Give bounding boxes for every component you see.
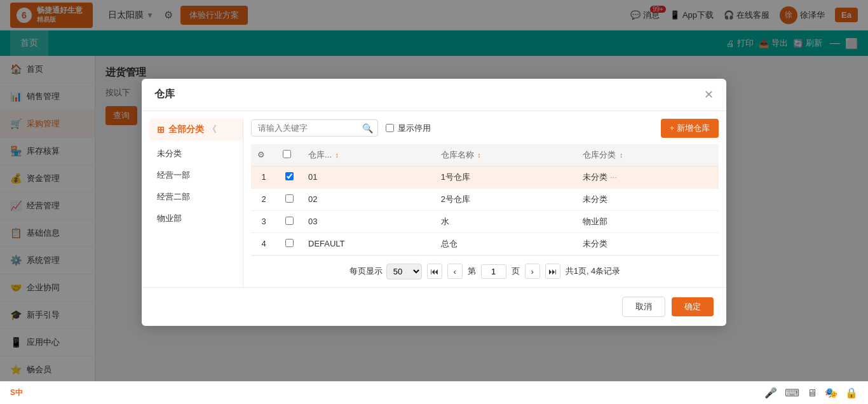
category-item-ops1[interactable]: 经营一部 <box>149 165 243 186</box>
modal-body: ⊞ 全部分类 《 未分类 经营一部 经营二部 物业部 <box>142 111 726 287</box>
pagination: 每页显示 50 100 200 ⏮ ‹ 第 页 › ⏭ 共1页, 4条记录 <box>251 255 719 287</box>
microphone-icon[interactable]: 🎤 <box>764 387 777 399</box>
table-row[interactable]: 2 02 2号仓库 未分类 <box>251 188 719 210</box>
warehouse-modal: 仓库 ✕ ⊞ 全部分类 《 未分类 经营一部 经营二部 <box>142 79 726 326</box>
row-checkbox[interactable] <box>285 217 294 225</box>
row-code: 03 <box>302 210 435 232</box>
first-page-button[interactable]: ⏮ <box>427 264 442 279</box>
row-checkbox[interactable] <box>285 239 294 247</box>
table-header-row: ⚙ 仓库... ↕ 仓库名称 ↕ <box>251 144 719 166</box>
th-name: 仓库名称 ↕ <box>435 144 577 166</box>
th-category: 仓库分类 ↕ <box>576 144 719 166</box>
per-page-select[interactable]: 50 100 200 <box>386 264 422 279</box>
row-name: 2号仓库 <box>435 188 577 210</box>
row-checkbox-cell <box>276 232 302 255</box>
row-index: 1 <box>251 166 276 188</box>
page-label: 第 <box>468 266 476 277</box>
code-sort-icon: ↕ <box>335 151 339 159</box>
row-checkbox-cell <box>276 166 302 188</box>
show-disabled-label[interactable]: 显示停用 <box>386 123 431 134</box>
row-category: 未分类 <box>576 232 719 255</box>
table-row[interactable]: 3 03 水 物业部 <box>251 210 719 232</box>
row-checkbox-cell <box>276 210 302 232</box>
next-page-button[interactable]: › <box>525 264 540 279</box>
row-name: 水 <box>435 210 577 232</box>
table-row[interactable]: 4 DEFAULT 总仓 未分类 <box>251 232 719 255</box>
th-code: 仓库... ↕ <box>302 144 435 166</box>
search-icon-button[interactable]: 🔍 <box>362 123 373 133</box>
select-all-checkbox[interactable] <box>283 150 291 158</box>
name-sort-icon: ↕ <box>477 151 481 159</box>
theme-icon[interactable]: 🎭 <box>825 387 837 399</box>
last-page-button[interactable]: ⏭ <box>545 264 560 279</box>
modal-overlay: 仓库 ✕ ⊞ 全部分类 《 未分类 经营一部 经营二部 <box>0 0 868 404</box>
warehouse-table: ⚙ 仓库... ↕ 仓库名称 ↕ <box>251 144 719 255</box>
row-index: 3 <box>251 210 276 232</box>
modal-close-button[interactable]: ✕ <box>704 88 714 102</box>
table-row[interactable]: 1 01 1号仓库 未分类 ··· <box>251 166 719 188</box>
confirm-button[interactable]: 确定 <box>672 297 714 316</box>
add-warehouse-button[interactable]: + 新增仓库 <box>661 119 719 138</box>
th-checkbox <box>276 144 302 166</box>
row-name: 总仓 <box>435 232 577 255</box>
bottom-bar: S中 🎤 ⌨ 🖥 🎭 🔒 <box>0 381 868 404</box>
page-summary: 共1页, 4条记录 <box>566 266 621 277</box>
lock-icon[interactable]: 🔒 <box>845 387 858 399</box>
monitor-icon[interactable]: 🖥 <box>807 387 817 399</box>
modal-table-area: 🔍 显示停用 + 新增仓库 ⚙ <box>243 119 726 287</box>
category-item-unclassified[interactable]: 未分类 <box>149 143 243 165</box>
category-item-ops2[interactable]: 经营二部 <box>149 186 243 208</box>
row-more-icon[interactable]: ··· <box>610 172 617 182</box>
search-input-wrap: 🔍 <box>251 119 378 137</box>
cancel-button[interactable]: 取消 <box>622 297 665 317</box>
row-category: 未分类 <box>576 188 719 210</box>
grid-icon: ⊞ <box>157 125 165 135</box>
modal-search-bar: 🔍 显示停用 + 新增仓库 <box>251 119 719 138</box>
modal-title: 仓库 <box>154 88 175 101</box>
row-checkbox[interactable] <box>285 194 294 203</box>
th-settings: ⚙ <box>251 144 276 166</box>
table-body: 1 01 1号仓库 未分类 ··· 2 02 2号仓库 未分类 3 <box>251 166 719 255</box>
row-checkbox-cell <box>276 188 302 210</box>
category-sort-icon: ↕ <box>620 151 623 159</box>
row-index: 2 <box>251 188 276 210</box>
page-unit: 页 <box>512 266 520 277</box>
row-category: 未分类 ··· <box>576 166 719 188</box>
prev-page-button[interactable]: ‹ <box>447 264 463 279</box>
all-category-label: 全部分类 <box>168 124 204 135</box>
modal-header: 仓库 ✕ <box>142 79 726 111</box>
row-index: 4 <box>251 232 276 255</box>
show-disabled-checkbox[interactable] <box>386 124 394 132</box>
row-name: 1号仓库 <box>435 166 577 188</box>
row-code: 01 <box>302 166 435 188</box>
modal-footer: 取消 确定 <box>142 287 726 326</box>
category-all[interactable]: ⊞ 全部分类 《 <box>149 119 243 140</box>
per-page-label: 每页显示 50 100 200 <box>349 264 422 279</box>
search-input[interactable] <box>251 119 378 137</box>
row-code: 02 <box>302 188 435 210</box>
row-checkbox[interactable] <box>285 172 294 180</box>
category-sidebar: ⊞ 全部分类 《 未分类 经营一部 经营二部 物业部 <box>142 119 243 287</box>
row-category: 物业部 <box>576 210 719 232</box>
bottom-logo: S中 <box>10 387 23 398</box>
row-code: DEFAULT <box>302 232 435 255</box>
keyboard-icon[interactable]: ⌨ <box>785 387 799 399</box>
collapse-category-button[interactable]: 《 <box>208 124 217 135</box>
category-item-property[interactable]: 物业部 <box>149 208 243 229</box>
page-number-input[interactable] <box>481 264 506 279</box>
bottom-icon-group: 🎤 ⌨ 🖥 🎭 🔒 <box>764 387 858 399</box>
